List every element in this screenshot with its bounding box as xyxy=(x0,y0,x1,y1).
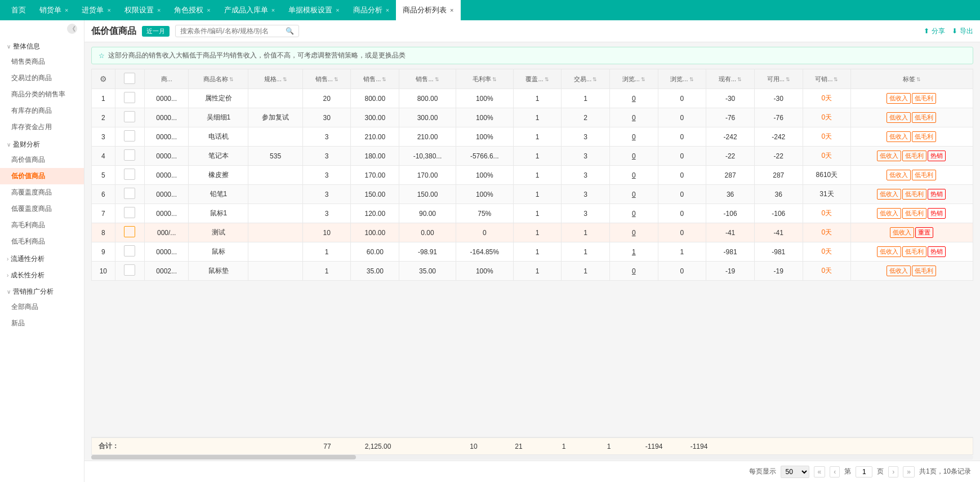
col-header-sale_price[interactable]: 销售...⇅ xyxy=(351,69,399,89)
sidebar-group-0[interactable]: ∨整体信息 xyxy=(0,37,84,54)
export-button[interactable]: ⬇ 导出 xyxy=(952,26,973,36)
nav-item[interactable]: 商品分析× xyxy=(346,0,396,20)
cell-checkbox[interactable] xyxy=(115,166,144,185)
nav-item[interactable]: 单据模板设置× xyxy=(282,0,346,20)
row-checkbox[interactable] xyxy=(124,149,135,161)
col-header-spec[interactable]: 规格...⇅ xyxy=(248,69,302,89)
time-badge[interactable]: 近一月 xyxy=(142,26,170,37)
close-icon[interactable]: × xyxy=(157,7,161,14)
cell-tags[interactable]: 低收入低毛利 xyxy=(851,89,973,108)
cell-view1[interactable]: 0 xyxy=(609,108,658,127)
cell-tags[interactable]: 低收入低毛利热销 xyxy=(851,242,973,262)
col-header-gross_margin[interactable]: 毛利率⇅ xyxy=(456,69,513,89)
sort-icon[interactable]: ⇅ xyxy=(689,77,694,82)
close-icon[interactable]: × xyxy=(271,7,275,14)
underline-value[interactable]: 0 xyxy=(632,133,636,141)
sidebar-item-1[interactable]: 低价值商品 xyxy=(0,168,84,184)
underline-value[interactable]: 0 xyxy=(632,210,636,218)
underline-value[interactable]: 0 xyxy=(632,114,636,122)
col-header-available[interactable]: 可用...⇅ xyxy=(754,69,803,89)
underline-value[interactable]: 0 xyxy=(632,267,636,275)
search-icon[interactable]: 🔍 xyxy=(286,27,294,35)
sort-icon[interactable]: ⇅ xyxy=(283,77,287,82)
row-checkbox[interactable] xyxy=(124,188,135,199)
cell-view1[interactable]: 0 xyxy=(609,147,658,166)
sidebar-collapse-button[interactable]: 《 xyxy=(67,24,77,34)
close-icon[interactable]: × xyxy=(336,7,339,14)
sort-icon[interactable]: ⇅ xyxy=(382,77,386,82)
sort-icon[interactable]: ⇅ xyxy=(334,77,338,82)
sidebar-item-0[interactable]: 高价值商品 xyxy=(0,152,84,168)
prev-page-button[interactable]: ‹ xyxy=(830,466,840,477)
sidebar-group-4[interactable]: ∨营销推广分析 xyxy=(0,282,84,299)
sidebar-item-2[interactable]: 高覆盖度商品 xyxy=(0,184,84,201)
col-header-view1[interactable]: 浏览...⇅ xyxy=(609,69,658,89)
cell-view1[interactable]: 0 xyxy=(609,262,658,281)
cell-checkbox[interactable] xyxy=(115,204,144,223)
sidebar-item-3[interactable]: 低覆盖度商品 xyxy=(0,201,84,217)
cell-checkbox[interactable] xyxy=(115,242,144,262)
row-checkbox[interactable] xyxy=(124,245,135,257)
sort-icon[interactable]: ⇅ xyxy=(545,77,549,82)
row-checkbox[interactable] xyxy=(124,169,135,180)
col-header-name[interactable]: 商品名称⇅ xyxy=(189,69,248,89)
col-header-sale_amount[interactable]: 销售...⇅ xyxy=(399,69,456,89)
sort-icon[interactable]: ⇅ xyxy=(593,77,597,82)
sidebar-item-1[interactable]: 交易过的商品 xyxy=(0,70,84,86)
cell-checkbox[interactable] xyxy=(115,185,144,204)
row-checkbox[interactable] xyxy=(124,92,135,103)
sidebar-item-0[interactable]: 销售类商品 xyxy=(0,54,84,70)
sidebar-group-3[interactable]: ›成长性分析 xyxy=(0,266,84,282)
sort-icon[interactable]: ⇅ xyxy=(786,77,790,82)
nav-item[interactable]: 商品分析列表× xyxy=(396,0,460,20)
col-header-coverage[interactable]: 覆盖...⇅ xyxy=(513,69,562,89)
sidebar-item-0[interactable]: 全部商品 xyxy=(0,299,84,315)
row-checkbox[interactable] xyxy=(124,207,135,218)
select-all-checkbox[interactable] xyxy=(124,73,135,84)
close-icon[interactable]: × xyxy=(450,7,453,14)
cell-checkbox[interactable] xyxy=(115,147,144,166)
sidebar-group-1[interactable]: ∨盈财分析 xyxy=(0,135,84,152)
cell-checkbox[interactable] xyxy=(115,89,144,108)
cell-view1[interactable]: 0 xyxy=(609,223,658,242)
nav-item[interactable]: 角色授权× xyxy=(167,0,217,20)
sidebar-item-5[interactable]: 低毛利商品 xyxy=(0,233,84,250)
nav-item[interactable]: 销货单× xyxy=(33,0,75,20)
cell-checkbox[interactable] xyxy=(115,127,144,147)
cell-checkbox[interactable] xyxy=(115,262,144,281)
next-page-button[interactable]: › xyxy=(888,466,898,477)
nav-item[interactable]: 进货单× xyxy=(75,0,117,20)
underline-value[interactable]: 1 xyxy=(632,248,636,256)
cell-tags[interactable]: 低收入低毛利热销 xyxy=(851,147,973,166)
close-icon[interactable]: × xyxy=(65,7,68,14)
col-header-code[interactable]: 商... xyxy=(144,69,189,89)
cell-tags[interactable]: 低收入低毛利 xyxy=(851,108,973,127)
col-header-tags[interactable]: 标签⇅ xyxy=(851,69,973,89)
sort-icon[interactable]: ⇅ xyxy=(492,77,497,82)
cell-view1[interactable]: 0 xyxy=(609,204,658,223)
nav-item[interactable]: 首页 xyxy=(5,0,33,20)
cell-checkbox[interactable] xyxy=(115,223,144,242)
row-checkbox[interactable] xyxy=(124,264,135,276)
sidebar-item-4[interactable]: 库存资金占用 xyxy=(0,119,84,135)
cell-view1[interactable]: 0 xyxy=(609,185,658,204)
cell-tags[interactable]: 低收入低毛利热销 xyxy=(851,185,973,204)
first-page-button[interactable]: « xyxy=(814,466,826,477)
underline-value[interactable]: 0 xyxy=(632,229,636,237)
nav-item[interactable]: 权限设置× xyxy=(118,0,167,20)
sidebar-item-1[interactable]: 新品 xyxy=(0,315,84,331)
col-header-sellable[interactable]: 可销...⇅ xyxy=(803,69,851,89)
per-page-select[interactable]: 50 20 100 xyxy=(781,466,809,478)
cell-tags[interactable]: 低收入低毛利 xyxy=(851,262,973,281)
sidebar-item-3[interactable]: 有库存的商品 xyxy=(0,103,84,119)
underline-value[interactable]: 0 xyxy=(632,191,636,198)
underline-value[interactable]: 0 xyxy=(632,171,636,179)
table-container[interactable]: ⚙商...商品名称⇅规格...⇅销售...⇅销售...⇅销售...⇅毛利率⇅覆盖… xyxy=(84,69,980,437)
cell-view1[interactable]: 1 xyxy=(609,242,658,262)
cell-checkbox[interactable] xyxy=(115,108,144,127)
underline-value[interactable]: 0 xyxy=(632,152,636,160)
cell-tags[interactable]: 低收入低毛利 xyxy=(851,166,973,185)
row-checkbox[interactable] xyxy=(124,130,135,141)
gear-icon[interactable]: ⚙ xyxy=(100,74,107,83)
sort-icon[interactable]: ⇅ xyxy=(435,77,439,82)
